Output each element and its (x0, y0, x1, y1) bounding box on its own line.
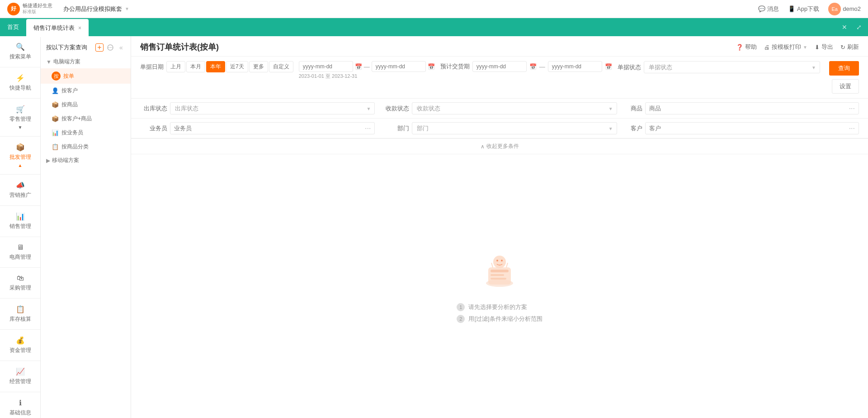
scheme-item-by-salesperson[interactable]: 📊 按业务员 (41, 126, 131, 140)
top-bar-right: 💬 消息 📱 App下载 Ea demo2 (758, 3, 861, 15)
sidebar-item-wholesale[interactable]: 📦 批发管理 ▲ (0, 137, 40, 175)
tab-sales-order-stats[interactable]: 销售订单统计表 × (26, 19, 89, 37)
print-icon: 🖨 (764, 44, 770, 51)
date-label: 单据日期 (140, 63, 164, 71)
expected-date-from-input[interactable] (472, 61, 527, 72)
date-btn-7days[interactable]: 近7天 (226, 61, 248, 72)
scheme-group-pc-title[interactable]: ▼ 电脑端方案 (41, 55, 131, 68)
inventory-icon: 📋 (16, 305, 25, 314)
query-button[interactable]: 查询 (829, 61, 859, 76)
scheme-group-mobile-title[interactable]: ▶ 移动端方案 (41, 154, 131, 167)
payment-status-select-wrap[interactable]: 收款状态 ▼ (412, 102, 617, 114)
tab-bar: 首页 销售订单统计表 × ✕ ⤢ (0, 18, 868, 36)
calendar-to-icon[interactable]: 📅 (428, 63, 435, 70)
svg-point-10 (496, 260, 498, 261)
sidebar-item-marketing[interactable]: 📣 营销推广 (0, 175, 40, 206)
status-label: 单据状态 (618, 63, 641, 71)
sidebar-item-search[interactable]: 🔍 搜索菜单 (0, 36, 40, 67)
help-button[interactable]: ❓ 帮助 (736, 43, 757, 51)
export-button[interactable]: ⬇ 导出 (815, 43, 833, 51)
help-label: 帮助 (745, 43, 757, 51)
wholesale-arrow-icon: ▲ (18, 163, 23, 168)
date-to-input[interactable] (372, 61, 426, 72)
tab-minimize-button[interactable]: ✕ (839, 22, 850, 33)
svg-point-3 (112, 47, 113, 48)
filter-row-3: 业务员 ··· 部门 部门 ▼ (131, 119, 868, 138)
salesperson-more-icon[interactable]: ··· (361, 125, 374, 132)
collapse-bar[interactable]: ∧ 收起更多条件 (131, 138, 868, 154)
date-btn-last-month[interactable]: 上月 (166, 61, 185, 72)
date-btn-this-year[interactable]: 本年 (206, 61, 225, 72)
date-shortcuts: 上月 本月 本年 近7天 更多 自定义 (166, 61, 293, 72)
logo-text-area: 畅捷通好生意 标准版 (23, 3, 52, 15)
date-btn-this-month[interactable]: 本月 (186, 61, 205, 72)
tab-home[interactable]: 首页 (0, 18, 26, 36)
expected-calendar-from-icon[interactable]: 📅 (529, 63, 537, 70)
active-dot: 按 (52, 71, 61, 81)
help-icon: ❓ (736, 44, 743, 51)
expected-calendar-to-icon[interactable]: 📅 (605, 63, 612, 70)
scheme-add-button[interactable]: + (95, 43, 104, 52)
salesperson-input[interactable] (170, 123, 361, 134)
scheme-item-by-category[interactable]: 📋 按商品分类 (41, 140, 131, 154)
sidebar-item-inventory[interactable]: 📋 库存核算 (0, 299, 40, 330)
goods-input-wrap[interactable]: ··· (645, 102, 859, 114)
salesperson-input-wrap[interactable]: ··· (170, 122, 375, 134)
scheme-collapse-button[interactable]: « (117, 43, 125, 52)
scheme-item-by-goods[interactable]: 📦 按商品 (41, 98, 131, 112)
tab-close-icon[interactable]: × (78, 25, 81, 31)
department-select[interactable]: 部门 (412, 123, 616, 134)
breadcrumb[interactable]: 办公用品行业模拟账套 ▼ (63, 5, 129, 13)
top-bar: 好 畅捷通好生意 标准版 办公用品行业模拟账套 ▼ 💬 消息 📱 App下载 E… (0, 0, 868, 18)
date-btn-custom[interactable]: 自定义 (269, 61, 293, 72)
sidebar-item-quick-nav[interactable]: ⚡ 快捷导航 (0, 67, 40, 99)
customer-input[interactable] (646, 123, 845, 134)
app-download-label: App下载 (797, 5, 819, 13)
message-button[interactable]: 💬 消息 (758, 5, 779, 13)
scheme-header-icons: + « (95, 43, 125, 52)
scheme-panel: 按以下方案查询 + « (41, 36, 131, 418)
group-pc-label: 电脑端方案 (53, 58, 80, 66)
sidebar-item-retail[interactable]: 🛒 零售管理 ▼ (0, 99, 40, 137)
expected-date-to-input[interactable] (548, 61, 602, 72)
delivery-status-select-wrap[interactable]: 出库状态 ▼ (170, 102, 375, 114)
date-range-group: 📅 — 📅 2023-01-01 至 2023-12-31 (299, 61, 435, 80)
scheme-item-by-customer-goods[interactable]: 📦 按客户+商品 (41, 112, 131, 126)
sidebar-item-ecommerce[interactable]: 🖥 电商管理 (0, 237, 40, 268)
goods-input[interactable] (646, 103, 845, 114)
salesperson-scheme-icon: 📊 (52, 129, 59, 136)
payment-status-group: 收款状态 收款状态 ▼ (382, 102, 617, 114)
sidebar-item-purchase[interactable]: 🛍 采购管理 (0, 268, 40, 299)
payment-status-select[interactable]: 收款状态 (412, 103, 616, 114)
filter-row-2: 出库状态 出库状态 ▼ 收款状态 收款状态 (131, 99, 868, 119)
empty-svg (477, 249, 522, 294)
filter-section: 单据日期 上月 本月 本年 近7天 更多 自定义 (131, 57, 868, 154)
scheme-item-by-order[interactable]: 按 按单 (41, 68, 131, 84)
app-download-button[interactable]: 📱 App下载 (788, 5, 819, 13)
refresh-button[interactable]: ↻ 刷新 (840, 43, 859, 51)
salesperson-label: 业务员 (140, 124, 167, 133)
sidebar-item-finance[interactable]: 💰 资金管理 (0, 330, 40, 361)
scheme-item-by-customer[interactable]: 👤 按客户 (41, 84, 131, 98)
customer-scheme-icon: 👤 (52, 87, 59, 94)
customer-more-icon[interactable]: ··· (845, 125, 859, 132)
delivery-status-select[interactable]: 出库状态 (170, 103, 374, 114)
calendar-from-icon[interactable]: 📅 (355, 63, 362, 70)
settings-button[interactable]: 设置 (832, 79, 859, 94)
tab-expand-button[interactable]: ⤢ (854, 22, 864, 33)
sidebar-item-sales[interactable]: 📊 销售管理 (0, 206, 40, 237)
sidebar-item-operations[interactable]: 📈 经营管理 (0, 361, 40, 392)
date-from-input[interactable] (299, 61, 353, 72)
date-btn-more[interactable]: 更多 (249, 61, 268, 72)
user-area[interactable]: Ea demo2 (828, 3, 861, 15)
customer-input-wrap[interactable]: ··· (645, 122, 859, 134)
department-select-wrap[interactable]: 部门 ▼ (412, 122, 617, 134)
status-select[interactable]: 单据状态 (644, 62, 820, 73)
scheme-edit-button[interactable] (106, 43, 114, 52)
delivery-status-label: 出库状态 (140, 104, 167, 113)
status-select-wrap[interactable]: 单据状态 ▼ (644, 61, 820, 73)
goods-more-icon[interactable]: ··· (845, 105, 859, 112)
print-button[interactable]: 🖨 按模板打印 ▼ (764, 43, 807, 51)
avatar: Ea (828, 3, 841, 15)
sidebar-item-basics[interactable]: ℹ 基础信息 (0, 392, 40, 418)
